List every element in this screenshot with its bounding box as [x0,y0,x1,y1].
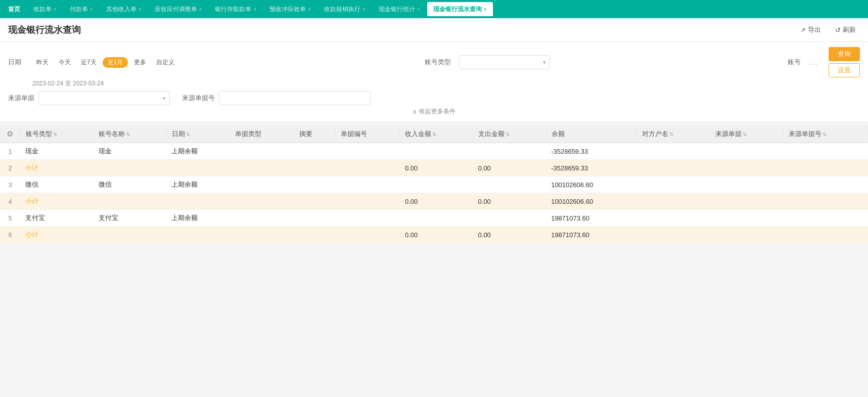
cell-source-doc [710,160,784,177]
page-title: 现金银行流水查询 [8,24,81,36]
cell-counterparty [637,177,710,193]
col-source-doc-no[interactable]: 来源单据号⇅ [783,125,867,143]
nav-tab-fukuandan[interactable]: 付款单 × [64,2,99,16]
close-icon[interactable]: × [308,7,311,12]
close-icon[interactable]: × [90,7,93,12]
cell-income: 0.00 [400,193,473,210]
table-row: 2小计0.000.00-3528659.33 [0,160,868,177]
source-doc-no-group: 来源单据号 [182,91,371,105]
query-button[interactable]: 查询 [829,47,860,61]
cell-balance: -3528659.33 [546,160,637,177]
refresh-icon: ↺ [835,26,841,34]
nav-tab-yushou[interactable]: 预收冲应收单 × [263,2,317,16]
date-opt-yesterday[interactable]: 昨天 [32,57,53,68]
cell-account-type: 小计 [20,193,94,210]
cell-source-doc-no [783,227,867,243]
filter-area: 日期 昨天 今天 近7天 近1月 更多 自定义 账号类型 ▾ 账号 ... 查询… [0,42,868,122]
col-account-name[interactable]: 账号名称⇅ [94,125,167,143]
nav-tab-label: 付款单 [70,5,88,14]
col-counterparty[interactable]: 对方户名⇅ [637,125,710,143]
data-table-container: ⚙ 账号类型⇅ 账号名称⇅ 日期⇅ 单据类型 摘要 单据编号 收入金额⇅ 支出金… [0,125,868,243]
close-icon[interactable]: × [139,7,142,12]
cell-source-doc [710,193,784,210]
nav-tab-label: 现金银行流水查询 [433,5,482,14]
account-label: 账号 [788,58,803,67]
nav-tab-shoukuandan[interactable]: 收款单 × [27,2,63,16]
nav-tab-yingshouyingfu[interactable]: 应收应付调整单 × [149,2,208,16]
cell-income: 0.00 [400,160,473,177]
date-opt-more[interactable]: 更多 [130,57,150,68]
date-opt-1month[interactable]: 近1月 [103,57,128,68]
close-icon[interactable]: × [484,7,487,12]
row-index: 2 [0,160,20,177]
cell-source-doc-no [783,193,867,210]
nav-tab-label: 收款核销执行 [324,5,360,14]
cell-account-name: 微信 [94,177,167,193]
nav-tab-xianjinyinhang[interactable]: 现金银行统计 × [373,2,426,16]
col-settings[interactable]: ⚙ [0,125,20,143]
cell-expense [473,177,546,193]
cell-summary [294,210,336,227]
close-icon[interactable]: × [54,7,57,12]
cell-expense [473,210,546,227]
date-opt-7days[interactable]: 近7天 [77,57,101,68]
cell-summary [294,143,336,160]
account-type-label: 账号类型 [425,58,455,67]
row-index: 4 [0,193,20,210]
cell-balance: 100102606.60 [546,193,637,210]
nav-tab-label: 预收冲应收单 [269,5,306,14]
cell-doc-type [230,193,294,210]
cell-date [166,160,230,177]
cell-income [400,177,473,193]
cell-source-doc [710,227,784,243]
source-doc-no-label: 来源单据号 [182,94,215,103]
source-doc-select[interactable] [38,91,170,105]
cell-source-doc [710,177,784,193]
cell-account-name [94,227,167,243]
col-expense[interactable]: 支出金额⇅ [473,125,546,143]
cell-account-name [94,193,167,210]
account-type-select[interactable] [459,55,550,69]
row-index: 3 [0,177,20,193]
cell-doc-type [230,210,294,227]
collapse-bar[interactable]: ∧ 收起更多条件 [8,105,860,117]
nav-home[interactable]: 首页 [2,2,26,16]
nav-tab-liushui[interactable]: 现金银行流水查询 × [427,2,493,16]
source-doc-label: 来源单据 [8,94,34,103]
close-icon[interactable]: × [199,7,202,12]
close-icon[interactable]: × [417,7,420,12]
collapse-label: 收起更多条件 [419,107,455,116]
col-account-type[interactable]: 账号类型⇅ [20,125,94,143]
nav-tab-label: 收款单 [33,5,52,14]
date-opt-today[interactable]: 今天 [55,57,75,68]
cell-counterparty [637,227,710,243]
refresh-button[interactable]: ↺ 刷新 [831,23,860,36]
close-icon[interactable]: × [362,7,366,12]
col-source-doc[interactable]: 来源单据⇅ [710,125,784,143]
cell-doc-type [230,143,294,160]
cell-counterparty [637,210,710,227]
nav-tab-qitashouru[interactable]: 其他收入单 × [100,2,148,16]
account-type-select-wrapper: ▾ [459,55,550,69]
close-icon[interactable]: × [253,7,256,12]
cell-balance: 100102606.60 [546,177,637,193]
cell-summary [294,193,336,210]
source-doc-no-input[interactable] [219,91,371,105]
account-dots-button[interactable]: ... [807,58,820,67]
cell-doc-no [336,143,400,160]
gear-icon[interactable]: ⚙ [7,129,13,138]
export-button[interactable]: ↗ 导出 [796,23,825,36]
table-row: 1现金现金上期余额-3528659.33 [0,143,868,160]
nav-tab-shoukuanhexiao[interactable]: 收款核销执行 × [318,2,372,16]
settings-button[interactable]: 设置 [829,63,860,77]
refresh-label: 刷新 [843,25,856,34]
cell-source-doc-no [783,143,867,160]
date-opt-custom[interactable]: 自定义 [152,57,178,68]
source-doc-select-wrapper: ▾ [38,91,170,105]
date-filter-label: 日期 [8,58,28,67]
nav-tab-yinhangcunqu[interactable]: 银行存取款单 × [209,2,262,16]
cell-counterparty [637,143,710,160]
col-income[interactable]: 收入金额⇅ [400,125,473,143]
col-date[interactable]: 日期⇅ [166,125,230,143]
nav-tab-label: 其他收入单 [106,5,136,14]
